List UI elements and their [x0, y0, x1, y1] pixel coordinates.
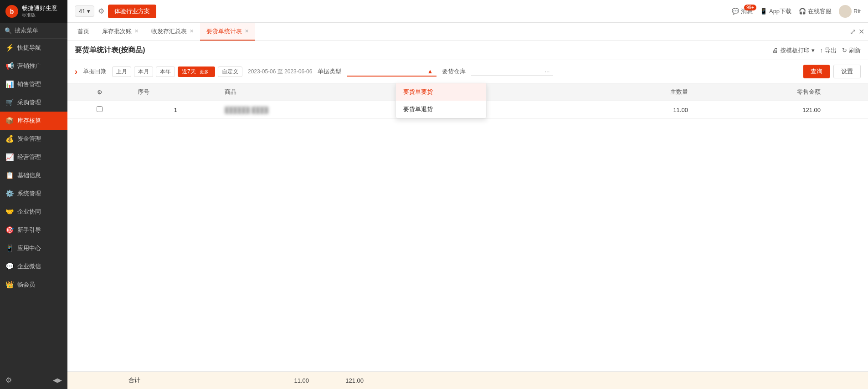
print-icon: 🖨	[772, 47, 778, 54]
tabs-end: ⤢ ✕	[850, 27, 864, 36]
topbar-right: 💬 消息 99+ 📱 App下载 🎧 在线客服 Rit	[732, 5, 861, 18]
td-no-0: 1	[132, 101, 220, 119]
sidebar-icon-basic: 📋	[5, 171, 14, 179]
export-btn[interactable]: ↑ 导出	[820, 46, 837, 55]
sidebar-item-marketing[interactable]: 📢营销推广	[0, 57, 67, 75]
sidebar-search-label: 搜索菜单	[15, 26, 38, 35]
sidebar-search[interactable]: 🔍 搜索菜单	[0, 23, 67, 39]
th-settings[interactable]: ⚙	[67, 83, 132, 101]
date-buttons: 上月本月本年近7天 更多自定义	[112, 67, 242, 77]
dropdown-item-requisition-order[interactable]: 要货单要货	[396, 83, 486, 101]
app-download-label: App下载	[769, 7, 791, 15]
date-btn-last-7-days[interactable]: 近7天 更多	[178, 67, 215, 77]
filter-area: › 单据日期 上月本月本年近7天 更多自定义 2023-05-06 至 2023…	[67, 60, 868, 83]
sidebar-label-sales: 销售管理	[17, 80, 41, 88]
tab-home[interactable]: 首页	[71, 23, 96, 41]
date-btn-custom[interactable]: 自定义	[218, 67, 242, 77]
sidebar-item-finance[interactable]: 💰资金管理	[0, 130, 67, 148]
filter-settings-button[interactable]: 设置	[833, 65, 861, 78]
sidebar-label-basic: 基础信息	[17, 171, 41, 179]
print-label: 按模板打印	[780, 46, 810, 55]
sidebar-label-enterprise: 企业协同	[17, 208, 41, 216]
type-select-box[interactable]: ▲	[347, 67, 437, 77]
refresh-icon: ↻	[842, 47, 847, 54]
tab-close-inventory-batch[interactable]: ✕	[134, 28, 139, 34]
sidebar-icon-appstore: 📱	[5, 244, 14, 252]
sidebar-label-system: 系统管理	[17, 189, 41, 198]
sidebar-item-purchase[interactable]: 🛒采购管理	[0, 93, 67, 112]
page-actions: 🖨 按模板打印 ▾ ↑ 导出 ↻ 刷新	[772, 46, 861, 55]
online-service-item[interactable]: 🎧 在线客服	[799, 7, 832, 15]
tab-receivable-summary[interactable]: 收发存汇总表✕	[145, 23, 200, 41]
collapse-icon[interactable]: ◀▶	[53, 377, 62, 384]
tab-requisition-stats[interactable]: 要货单统计表✕	[200, 23, 255, 41]
tab-close-receivable-summary[interactable]: ✕	[190, 28, 194, 34]
sidebar-item-appstore[interactable]: 📱应用中心	[0, 239, 67, 257]
company-name: 41	[79, 8, 85, 15]
tab-inventory-batch[interactable]: 库存批次账✕	[96, 23, 145, 41]
print-chevron: ▾	[812, 47, 815, 54]
query-button[interactable]: 查询	[803, 65, 830, 78]
sidebar-item-quick-nav[interactable]: ⚡快捷导航	[0, 39, 67, 57]
sidebar-item-system[interactable]: ⚙️系统管理	[0, 184, 67, 203]
td-check-0[interactable]	[67, 101, 132, 119]
close-window-icon[interactable]: ✕	[858, 27, 864, 36]
dropdown-item-requisition-return[interactable]: 要货单退货	[396, 101, 486, 118]
export-label: 导出	[825, 46, 837, 55]
sidebar-item-inventory[interactable]: 📦库存核算	[0, 112, 67, 130]
sidebar-logo: b 畅捷通好生意 标准版	[0, 0, 67, 23]
product-name: ██████ ████	[225, 107, 268, 113]
date-btn-this-year[interactable]: 本年	[156, 67, 175, 77]
settings-gear-icon[interactable]: ⚙	[98, 7, 104, 15]
table-area: ⚙ 序号 商品 主计量单位 主数量 零售金额 1 ██████ ████ 块 1…	[67, 83, 868, 371]
sidebar-label-appstore: 应用中心	[17, 244, 41, 252]
app-download-icon: 📱	[760, 8, 767, 15]
sidebar: b 畅捷通好生意 标准版 🔍 搜索菜单 ⚡快捷导航📢营销推广📊销售管理🛒采购管理…	[0, 0, 67, 389]
tab-close-requisition-stats[interactable]: ✕	[245, 28, 249, 34]
export-icon: ↑	[820, 47, 823, 54]
sidebar-item-member[interactable]: 👑畅会员	[0, 276, 67, 294]
print-template-btn[interactable]: 🖨 按模板打印 ▾	[772, 46, 815, 55]
sidebar-label-inventory: 库存核算	[17, 117, 41, 125]
sidebar-item-enterprise[interactable]: 🤝企业协同	[0, 203, 67, 221]
headset-icon: 🎧	[799, 8, 806, 15]
tab-label-inventory-batch: 库存批次账	[102, 27, 132, 36]
sidebar-label-quick-nav: 快捷导航	[17, 44, 41, 52]
sidebar-label-operations: 经营管理	[17, 153, 41, 161]
refresh-btn[interactable]: ↻ 刷新	[842, 46, 861, 55]
notification-item[interactable]: 💬 消息 99+	[732, 7, 753, 15]
filter-toggle-btn[interactable]: ›	[75, 67, 77, 77]
sidebar-item-sales[interactable]: 📊销售管理	[0, 75, 67, 93]
sidebar-icon-system: ⚙️	[5, 189, 14, 198]
logo-sub: 标准版	[22, 12, 57, 18]
type-select-input[interactable]	[350, 68, 427, 75]
warehouse-select[interactable]: ···	[471, 67, 553, 76]
date-btn-last-month[interactable]: 上月	[112, 67, 131, 77]
type-arrow-icon[interactable]: ▲	[427, 68, 433, 75]
chevron-down-icon: ▾	[87, 8, 90, 15]
sidebar-item-basic[interactable]: 📋基础信息	[0, 166, 67, 184]
trial-button[interactable]: 体验行业方案	[108, 5, 156, 18]
page: 要货单统计表(按商品) 🖨 按模板打印 ▾ ↑ 导出 ↻ 刷新 ›	[67, 41, 868, 389]
sidebar-icon-purchase: 🛒	[5, 98, 14, 107]
sidebar-icon-marketing: 📢	[5, 62, 14, 70]
th-amount: 零售金额	[693, 83, 826, 101]
user-avatar-item[interactable]: Rit	[839, 5, 861, 18]
warehouse-more-btn[interactable]: ···	[544, 68, 550, 75]
app-download-item[interactable]: 📱 App下载	[760, 7, 791, 15]
date-btn-this-month[interactable]: 本月	[134, 67, 153, 77]
company-select[interactable]: 41 ▾	[75, 5, 94, 17]
footer-qty: 11.00	[251, 377, 314, 384]
th-no: 序号	[132, 83, 220, 101]
user-name: Rit	[853, 8, 861, 15]
sidebar-icon-operations: 📈	[5, 153, 14, 161]
sidebar-item-operations[interactable]: 📈经营管理	[0, 148, 67, 166]
maximize-icon[interactable]: ⤢	[850, 27, 856, 36]
table-footer: 合计 11.00 121.00	[67, 371, 868, 389]
sidebar-item-wechat[interactable]: 💬企业微信	[0, 257, 67, 276]
sidebar-item-guide[interactable]: 🎯新手引导	[0, 221, 67, 239]
tabs-bar: 首页库存批次账✕收发存汇总表✕要货单统计表✕ ⤢ ✕	[67, 23, 868, 41]
sidebar-icon-sales: 📊	[5, 80, 14, 88]
settings-icon[interactable]: ⚙	[5, 376, 12, 384]
sidebar-icon-member: 👑	[5, 281, 14, 289]
